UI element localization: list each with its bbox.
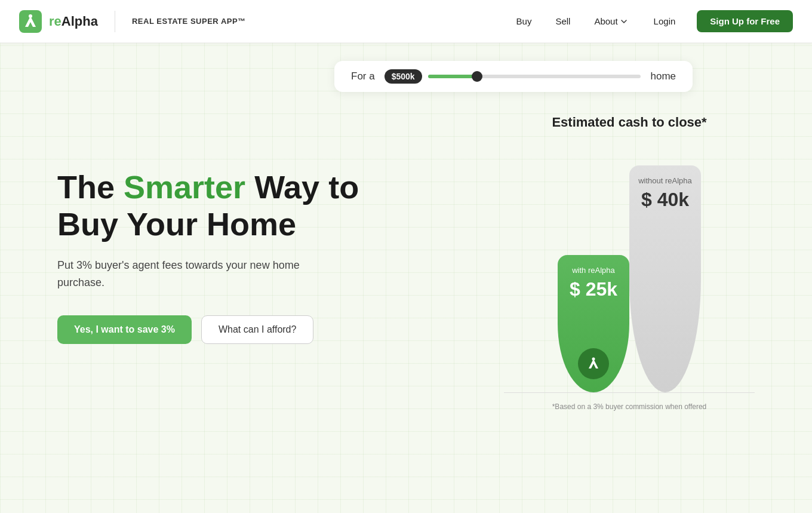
chevron-down-icon (620, 18, 628, 25)
nav-links: Buy Sell About Login Sign Up for Free (507, 10, 793, 32)
bar-without-label: without reAlpha (638, 176, 692, 185)
hero-title-highlight: Smarter (124, 169, 245, 205)
chart-section: Estimated cash to close* with reAlpha $ … (504, 115, 755, 411)
logo-area: reAlpha REAL ESTATE SUPER APP™ (19, 10, 246, 33)
brand-tagline: REAL ESTATE SUPER APP™ (132, 17, 246, 26)
bar-realpha-value: $ 25k (570, 278, 617, 300)
chart-footnote: *Based on a 3% buyer commission when off… (504, 403, 755, 411)
realpha-icon-symbol (586, 356, 601, 371)
slider-wrapper: $500k (385, 69, 641, 84)
cta-afford-button[interactable]: What can I afford? (201, 315, 313, 344)
navbar: reAlpha REAL ESTATE SUPER APP™ Buy Sell … (0, 0, 812, 43)
nav-login-button[interactable]: Login (642, 11, 688, 31)
nav-buy-link[interactable]: Buy (507, 11, 542, 31)
svg-point-2 (592, 358, 595, 361)
nav-sell-link[interactable]: Sell (546, 11, 580, 31)
price-slider-section: For a $500k home (334, 61, 788, 92)
cta-save-button[interactable]: Yes, I want to save 3% (57, 315, 192, 344)
realpha-bar-icon (578, 348, 609, 379)
logo-divider (115, 11, 115, 32)
hero-section: The Smarter Way toBuy Your Home Put 3% b… (57, 168, 359, 344)
slider-prefix: For a (351, 70, 375, 82)
chart-title: Estimated cash to close* (504, 115, 755, 130)
slider-track[interactable] (428, 75, 641, 78)
bar-without-wrapper: without reAlpha $ 40k (629, 142, 701, 392)
chart-bars: with reAlpha $ 25k without reAlpha $ 40k (504, 142, 755, 393)
bar-realpha-label: with reAlpha (572, 266, 615, 275)
bar-without-value: $ 40k (641, 189, 689, 211)
bar-without: without reAlpha $ 40k (629, 165, 701, 392)
brand-name: reAlpha (49, 14, 98, 29)
bar-realpha-wrapper: with reAlpha $ 25k (558, 142, 629, 392)
svg-point-1 (29, 14, 32, 18)
nav-signup-button[interactable]: Sign Up for Free (697, 10, 793, 32)
main-content: For a $500k home The Smarter Way toBuy Y… (0, 43, 812, 513)
slider-thumb[interactable] (472, 71, 482, 82)
bar-realpha: with reAlpha $ 25k (558, 255, 629, 392)
realpha-logo-icon (19, 10, 42, 33)
hero-title: The Smarter Way toBuy Your Home (57, 168, 359, 242)
nav-about-link[interactable]: About (585, 11, 636, 31)
hero-title-part1: The (57, 169, 124, 205)
slider-suffix: home (650, 70, 676, 82)
slider-container: For a $500k home (334, 61, 693, 92)
slider-value-badge: $500k (385, 69, 422, 84)
hero-buttons: Yes, I want to save 3% What can I afford… (57, 315, 359, 344)
hero-subtitle: Put 3% buyer's agent fees towards your n… (57, 257, 344, 291)
